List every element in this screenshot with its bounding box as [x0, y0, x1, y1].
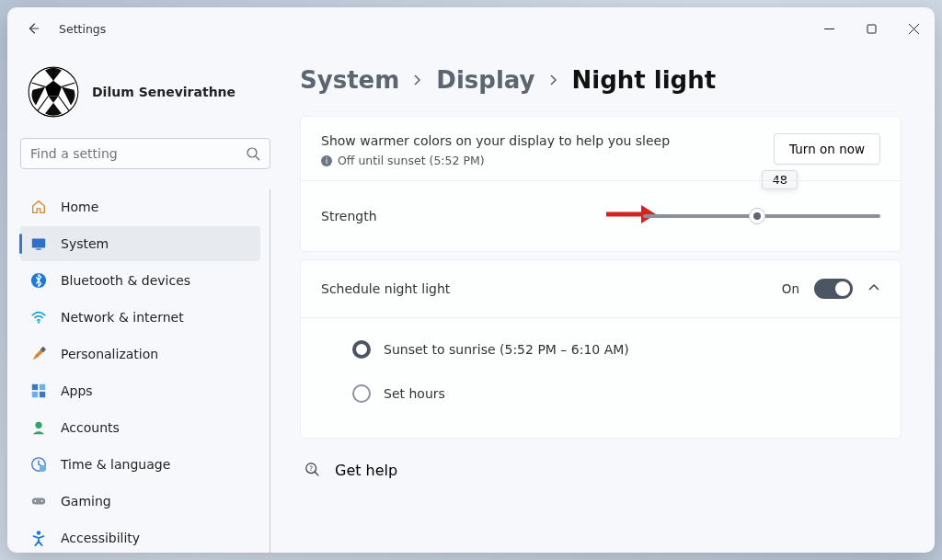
svg-rect-13 — [32, 384, 38, 390]
avatar — [28, 66, 79, 118]
close-button[interactable] — [892, 7, 935, 50]
schedule-panel: Schedule night light On Sunset to sunris… — [300, 259, 902, 439]
hero-description: Show warmer colors on your display to he… — [321, 133, 670, 148]
accounts-icon — [29, 418, 48, 437]
schedule-options: Sunset to sunrise (5:52 PM – 6:10 AM) Se… — [301, 317, 901, 438]
strength-slider[interactable] — [643, 214, 880, 218]
breadcrumb-display[interactable]: Display — [436, 66, 534, 94]
window-title: Settings — [59, 22, 106, 36]
sidebar: Dilum Senevirathne Home System Bluetooth… — [7, 50, 283, 553]
main-content: System Display Night light Show warmer c… — [283, 50, 935, 553]
nav-system[interactable]: System — [20, 226, 260, 261]
strength-label: Strength — [321, 209, 634, 223]
svg-point-11 — [38, 321, 40, 323]
svg-rect-16 — [40, 392, 45, 397]
chevron-right-icon — [548, 74, 559, 86]
back-arrow-icon — [27, 22, 40, 35]
svg-text:?: ? — [309, 464, 313, 473]
svg-line-7 — [256, 156, 259, 160]
gaming-icon — [29, 492, 48, 510]
search-box[interactable] — [20, 138, 270, 169]
back-button[interactable] — [20, 16, 46, 41]
svg-rect-14 — [40, 384, 45, 390]
collapse-button[interactable] — [867, 280, 880, 298]
profile[interactable]: Dilum Senevirathne — [20, 53, 270, 138]
nav-label: Accessibility — [61, 531, 140, 545]
nav-bluetooth[interactable]: Bluetooth & devices — [20, 263, 260, 298]
window-buttons — [808, 7, 935, 50]
slider-thumb[interactable] — [749, 208, 765, 224]
minimize-button[interactable] — [808, 7, 850, 50]
search-icon — [246, 146, 260, 161]
svg-point-23 — [37, 531, 41, 535]
svg-rect-9 — [36, 248, 40, 249]
nav-label: Network & internet — [61, 310, 184, 325]
nav-accessibility[interactable]: Accessibility — [20, 520, 260, 553]
chevron-up-icon — [867, 281, 880, 294]
avatar-soccer-icon — [28, 66, 79, 118]
radio-selected-icon — [352, 340, 371, 359]
maximize-button[interactable] — [850, 7, 892, 50]
hero-status: i Off until sunset (5:52 PM) — [321, 154, 670, 167]
radio-sethours[interactable]: Set hours — [352, 371, 880, 416]
nav-time[interactable]: Time & language — [20, 447, 260, 482]
radio-unselected-icon — [352, 384, 371, 403]
chevron-right-icon — [412, 74, 423, 86]
nav-apps[interactable]: Apps — [20, 373, 260, 408]
svg-point-6 — [247, 148, 257, 157]
svg-point-17 — [35, 422, 41, 429]
nav-home[interactable]: Home — [20, 189, 260, 224]
nav-label: Gaming — [61, 494, 111, 509]
nav-label: Personalization — [61, 347, 158, 361]
svg-point-22 — [41, 500, 43, 502]
status-text: Off until sunset (5:52 PM) — [338, 154, 485, 167]
nav-label: Time & language — [61, 457, 170, 472]
bluetooth-icon — [29, 271, 48, 290]
accessibility-icon — [29, 529, 48, 547]
system-icon — [29, 234, 48, 253]
svg-rect-1 — [867, 25, 876, 33]
svg-point-19 — [40, 465, 46, 472]
schedule-state: On — [782, 281, 799, 296]
breadcrumb-system[interactable]: System — [300, 66, 399, 94]
nav-gaming[interactable]: Gaming — [20, 484, 260, 519]
radio-sunset-label: Sunset to sunrise (5:52 PM – 6:10 AM) — [384, 342, 629, 357]
night-light-panel: Show warmer colors on your display to he… — [300, 116, 902, 252]
info-icon: i — [321, 155, 332, 166]
help-label: Get help — [335, 462, 397, 479]
schedule-header[interactable]: Schedule night light On — [301, 260, 901, 317]
svg-rect-15 — [32, 392, 38, 397]
turn-on-button[interactable]: Turn on now — [774, 133, 880, 165]
get-help-link[interactable]: ? Get help — [300, 446, 902, 494]
wifi-icon — [29, 308, 48, 326]
nav-personalization[interactable]: Personalization — [20, 337, 260, 371]
time-icon — [29, 455, 48, 474]
home-icon — [29, 198, 48, 216]
nav-label: System — [61, 236, 109, 251]
svg-point-21 — [35, 500, 37, 502]
radio-sethours-label: Set hours — [384, 386, 445, 401]
nav-accounts[interactable]: Accounts — [20, 410, 260, 445]
svg-line-27 — [315, 472, 318, 475]
svg-rect-20 — [32, 497, 45, 504]
breadcrumb: System Display Night light — [300, 66, 902, 94]
strength-row: Strength — [301, 180, 901, 251]
nav-label: Home — [61, 200, 98, 214]
breadcrumb-current: Night light — [572, 66, 717, 94]
apps-icon — [29, 382, 48, 400]
schedule-toggle[interactable] — [814, 279, 853, 299]
schedule-label: Schedule night light — [321, 281, 450, 296]
nav-list: Home System Bluetooth & devices Network … — [20, 189, 270, 553]
nav-label: Apps — [61, 383, 93, 398]
nav-label: Bluetooth & devices — [61, 273, 190, 288]
nav-network[interactable]: Network & internet — [20, 300, 260, 335]
brush-icon — [29, 345, 48, 363]
svg-rect-8 — [32, 239, 45, 248]
radio-sunset[interactable]: Sunset to sunrise (5:52 PM – 6:10 AM) — [352, 327, 880, 371]
hero-section: Show warmer colors on your display to he… — [301, 117, 901, 180]
titlebar: Settings — [7, 7, 935, 50]
help-icon: ? — [304, 461, 322, 479]
nav-label: Accounts — [61, 420, 120, 435]
search-input[interactable] — [30, 146, 246, 161]
profile-name: Dilum Senevirathne — [92, 85, 236, 99]
